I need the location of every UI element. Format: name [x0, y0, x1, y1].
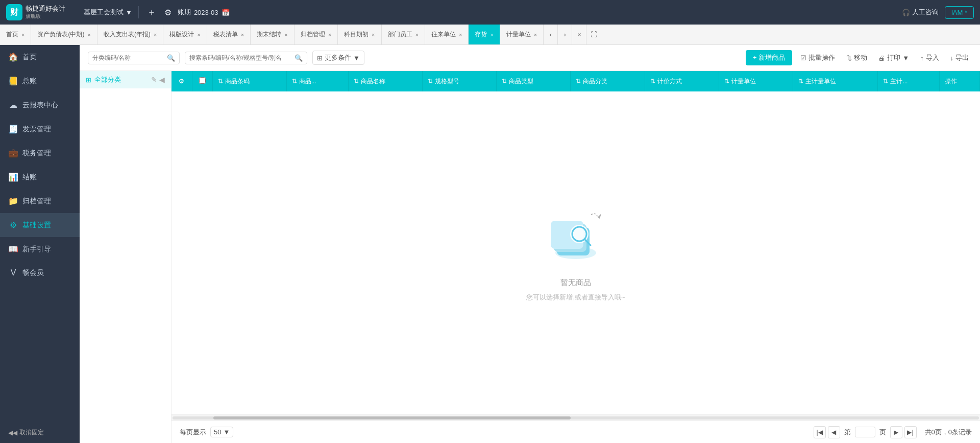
col-category[interactable]: ⇅ 商品分类: [571, 71, 645, 91]
horizontal-scrollbar[interactable]: [172, 414, 980, 421]
tab-unit[interactable]: 计量单位 ×: [500, 25, 544, 44]
table-scroll-container[interactable]: ⚙ ⇅ 商品条码 ⇅: [172, 71, 980, 91]
tab-income[interactable]: 收入支出表(年报) ×: [97, 25, 163, 44]
page-input[interactable]: 1: [855, 427, 875, 437]
sidebar-item-close[interactable]: 📊 结账: [0, 165, 80, 189]
account-button[interactable]: iAM *: [945, 6, 974, 19]
product-search-icon[interactable]: 🔍: [295, 54, 303, 62]
col-extra[interactable]: ⇅ 主计...: [878, 71, 940, 91]
sidebar-item-archive[interactable]: 📁 归档管理: [0, 189, 80, 213]
settings-gear-icon[interactable]: ⚙: [164, 8, 172, 17]
tab-prev-button[interactable]: ‹: [544, 25, 558, 44]
edit-category-icon[interactable]: ✎: [151, 76, 157, 84]
tab-contacts[interactable]: 往来单位 ×: [425, 25, 469, 44]
col-checkbox[interactable]: [192, 71, 212, 91]
sidebar-item-invoice[interactable]: 🧾 发票管理: [0, 117, 80, 141]
scrollbar-track[interactable]: [173, 416, 979, 419]
app-logo-icon: 财: [6, 4, 22, 20]
tab-unit-close[interactable]: ×: [534, 32, 537, 38]
sidebar-item-home[interactable]: 🏠 首页: [0, 45, 80, 69]
tab-close-all-button[interactable]: ×: [572, 25, 586, 44]
tab-contacts-close[interactable]: ×: [459, 32, 462, 38]
tab-home-close[interactable]: ×: [21, 32, 24, 38]
tab-taxclear[interactable]: 税表清单 ×: [207, 25, 251, 44]
service-button[interactable]: 🎧 人工咨询: [902, 8, 939, 17]
page-prev-button[interactable]: ◀: [828, 426, 840, 438]
tab-template-close[interactable]: ×: [197, 32, 200, 38]
col-barcode-label: 商品条码: [225, 77, 250, 86]
sidebar-item-vip[interactable]: V 畅会员: [0, 261, 80, 285]
product-search-input[interactable]: [189, 54, 292, 61]
company-selector[interactable]: 基层工会测试 ▼: [84, 8, 132, 17]
sidebar-item-guide[interactable]: 📖 新手引导: [0, 237, 80, 261]
select-all-checkbox[interactable]: [199, 77, 206, 84]
sidebar-item-reports[interactable]: ☁ 云报表中心: [0, 93, 80, 117]
sidebar-item-tax[interactable]: 💼 税务管理: [0, 141, 80, 165]
page-next-button[interactable]: ▶: [890, 426, 902, 438]
page-last-button[interactable]: ▶|: [904, 426, 917, 438]
tab-inventory-close[interactable]: ×: [490, 32, 493, 38]
calendar-icon[interactable]: 📅: [222, 9, 230, 16]
col-code[interactable]: ⇅ 商品...: [286, 71, 348, 91]
col-pricing[interactable]: ⇅ 计价方式: [645, 71, 719, 91]
add-product-label: + 新增商品: [753, 53, 785, 62]
more-conditions-button[interactable]: ⊞ 更多条件 ▼: [312, 51, 364, 65]
category-search-box[interactable]: 🔍: [88, 52, 180, 64]
col-spec[interactable]: ⇅ 规格型号: [422, 71, 496, 91]
tab-periodclose-close[interactable]: ×: [284, 32, 287, 38]
tab-department[interactable]: 部门员工 ×: [382, 25, 425, 44]
sidebar-item-settings[interactable]: ⚙ 基础设置: [0, 213, 80, 237]
tab-next-button[interactable]: ›: [558, 25, 572, 44]
tab-periodclose-label: 期末结转: [257, 30, 281, 39]
col-unit[interactable]: ⇅ 计量单位: [719, 71, 793, 91]
col-main-unit[interactable]: ⇅ 主计量单位: [793, 71, 878, 91]
sidebar-label-invoice: 发票管理: [22, 125, 51, 134]
scrollbar-thumb[interactable]: [213, 416, 571, 419]
batch-operation-button[interactable]: ☑ 批量操作: [797, 51, 838, 64]
period-value: 2023-03: [194, 9, 218, 16]
company-name: 基层工会测试: [84, 8, 124, 17]
col-extra-label: 主计...: [890, 77, 908, 86]
tab-subject[interactable]: 科目期初 ×: [338, 25, 381, 44]
sidebar-label-home: 首页: [22, 53, 37, 62]
tab-taxclear-close[interactable]: ×: [241, 32, 244, 38]
move-button[interactable]: ⇅ 移动: [843, 51, 870, 64]
import-button[interactable]: ↑ 导入: [917, 51, 942, 64]
tab-department-close[interactable]: ×: [415, 32, 419, 38]
tab-archive[interactable]: 归档管理 ×: [295, 25, 338, 44]
cancel-fixed-label: 取消固定: [19, 428, 44, 437]
tab-balance[interactable]: 资产负债表(中期) ×: [31, 25, 97, 44]
tab-home[interactable]: 首页 ×: [0, 25, 31, 44]
category-search-input[interactable]: [92, 54, 165, 61]
category-search-icon[interactable]: 🔍: [167, 54, 175, 62]
page-first-button[interactable]: |◀: [814, 426, 826, 438]
tab-template[interactable]: 模版设计 ×: [163, 25, 207, 44]
per-page-select[interactable]: 50 ▼: [210, 427, 233, 437]
cancel-fixed-button[interactable]: ◀◀ 取消固定: [0, 422, 80, 443]
guide-icon: 📖: [8, 244, 18, 254]
all-categories-item[interactable]: ⊞ 全部分类 ✎ ◀: [80, 71, 171, 88]
add-tab-button[interactable]: ＋: [145, 6, 158, 18]
col-type[interactable]: ⇅ 商品类型: [497, 71, 571, 91]
tab-subject-close[interactable]: ×: [372, 32, 375, 38]
export-button[interactable]: ↓ 导出: [947, 51, 972, 64]
add-product-button[interactable]: + 新增商品: [746, 50, 792, 65]
col-barcode[interactable]: ⇅ 商品条码: [212, 71, 286, 91]
sidebar-label-tax: 税务管理: [22, 149, 51, 158]
collapse-panel-icon[interactable]: ◀: [159, 76, 165, 84]
col-settings[interactable]: ⚙: [172, 71, 192, 91]
tab-income-close[interactable]: ×: [154, 32, 157, 38]
tab-periodclose[interactable]: 期末结转 ×: [251, 25, 294, 44]
tab-inventory[interactable]: 存货 ×: [469, 25, 500, 44]
pagination-bar: 每页显示 50 ▼ |◀ ◀ 第 1 页 ▶ ▶| 共0页，0条记录: [172, 421, 980, 443]
tab-unit-label: 计量单位: [506, 30, 531, 39]
sidebar-item-ledger[interactable]: 📒 总账: [0, 69, 80, 93]
all-categories-label: 全部分类: [94, 75, 121, 84]
tab-archive-close[interactable]: ×: [328, 32, 331, 38]
tab-balance-close[interactable]: ×: [87, 32, 90, 38]
content-area: 🔍 🔍 ⊞ 更多条件 ▼ + 新增商品 ☑ 批量操作 ⇅: [80, 45, 980, 443]
print-button[interactable]: 🖨 打印 ▼: [875, 51, 912, 64]
product-search-box[interactable]: 🔍: [185, 52, 307, 64]
col-name[interactable]: ⇅ 商品名称: [348, 71, 422, 91]
tab-expand-button[interactable]: ⛶: [586, 25, 601, 44]
